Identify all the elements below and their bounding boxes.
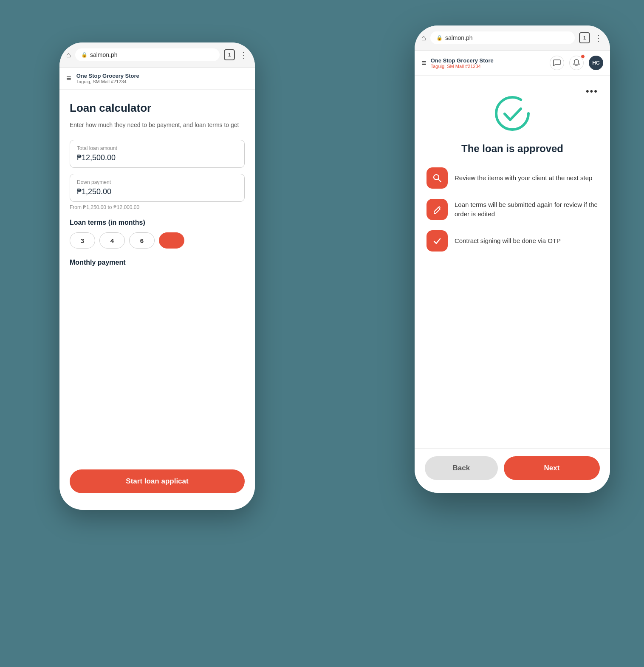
url-back: salmon.ph — [90, 51, 118, 58]
info-text-3: Contract signing will be done via OTP — [455, 236, 561, 246]
svg-point-1 — [434, 175, 439, 180]
edit-icon-badge — [427, 199, 448, 220]
check-circle-icon — [493, 94, 531, 133]
loan-terms-row: 3 4 6 — [70, 232, 245, 249]
term-chip-4[interactable]: 4 — [99, 232, 125, 249]
term-chip-6[interactable]: 6 — [129, 232, 155, 249]
lock-icon-back: 🔒 — [81, 52, 88, 58]
address-bar-front[interactable]: 🔒 salmon.ph — [430, 31, 575, 44]
tab-icon-back[interactable]: 1 — [224, 49, 235, 60]
svg-point-0 — [496, 97, 528, 130]
start-loan-button[interactable]: Start loan applicat — [70, 469, 245, 493]
total-loan-label: Total loan amount — [77, 145, 237, 151]
bottom-bar: Back Next — [415, 448, 610, 493]
down-payment-label: Down payment — [77, 179, 237, 185]
check-circle-container — [427, 94, 598, 133]
home-icon-front[interactable]: ⌂ — [421, 34, 426, 42]
info-item-1: Review the items with your client at the… — [427, 167, 598, 189]
info-item-3: Contract signing will be done via OTP — [427, 230, 598, 252]
monthly-payment-label: Monthly payment — [70, 259, 245, 266]
next-button[interactable]: Next — [504, 456, 600, 480]
tab-icon-front[interactable]: 1 — [579, 32, 590, 43]
store-sub-front: Taguig, SM Mall #21234 — [431, 64, 545, 69]
down-payment-input[interactable]: Down payment ₱1,250.00 — [70, 174, 245, 202]
store-name-front: One Stop Grocery Store — [431, 57, 545, 64]
total-loan-value: ₱12,500.00 — [77, 153, 237, 162]
page-desc-back: Enter how much they need to be payment, … — [70, 121, 245, 130]
loan-terms-label: Loan terms (in months) — [70, 219, 245, 226]
content-back: Loan calculator Enter how much they need… — [59, 90, 255, 510]
hamburger-front[interactable]: ≡ — [421, 58, 427, 68]
approval-title: The loan is approved — [427, 143, 598, 155]
bell-badge — [581, 54, 585, 59]
browser-bar-back: ⌂ 🔒 salmon.ph 1 ⋮ — [59, 42, 255, 68]
total-loan-input[interactable]: Total loan amount ₱12,500.00 — [70, 140, 245, 168]
phone-front: ⌂ 🔒 salmon.ph 1 ⋮ ≡ One Stop Grocery Sto… — [415, 25, 610, 493]
search-icon-badge — [427, 167, 448, 189]
page-title-back: Loan calculator — [70, 102, 245, 115]
avatar: HC — [589, 56, 603, 70]
content-front: ••• The loan is approved Review the item… — [415, 76, 610, 471]
more-dots[interactable]: ••• — [586, 86, 598, 97]
term-chip-active[interactable] — [159, 232, 184, 249]
bell-icon[interactable] — [569, 56, 584, 70]
lock-icon-front: 🔒 — [436, 35, 443, 41]
hamburger-back[interactable]: ≡ — [66, 73, 71, 83]
range-hint: From ₱1,250.00 to ₱12,000.00 — [70, 204, 245, 210]
svg-line-2 — [438, 179, 441, 182]
chat-icon[interactable] — [550, 56, 564, 70]
nav-icons-front: HC — [550, 56, 603, 70]
nav-bar-back: ≡ One Stop Grocery Store Taguig, SM Mall… — [59, 68, 255, 90]
store-sub-back: Taguig, SM Mall #21234 — [76, 79, 248, 84]
store-name-back: One Stop Grocery Store — [76, 73, 248, 79]
more-menu-back[interactable]: ⋮ — [239, 50, 248, 60]
home-icon-back[interactable]: ⌂ — [66, 51, 71, 59]
info-text-2: Loan terms will be submitted again for r… — [455, 200, 598, 219]
browser-bar-front: ⌂ 🔒 salmon.ph 1 ⋮ — [415, 25, 610, 51]
nav-bar-front: ≡ One Stop Grocery Store Taguig, SM Mall… — [415, 51, 610, 76]
back-button[interactable]: Back — [425, 456, 498, 480]
url-front: salmon.ph — [445, 34, 473, 41]
address-bar-back[interactable]: 🔒 salmon.ph — [75, 48, 220, 61]
term-chip-3[interactable]: 3 — [70, 232, 95, 249]
down-payment-value: ₱1,250.00 — [77, 187, 237, 196]
store-info-front: One Stop Grocery Store Taguig, SM Mall #… — [431, 57, 545, 69]
phone-back: ⌂ 🔒 salmon.ph 1 ⋮ ≡ One Stop Grocery Sto… — [59, 42, 255, 510]
checkmark-icon-badge — [427, 230, 448, 252]
info-text-1: Review the items with your client at the… — [455, 173, 592, 183]
more-menu-front[interactable]: ⋮ — [594, 33, 603, 43]
info-item-2: Loan terms will be submitted again for r… — [427, 199, 598, 220]
store-info-back: One Stop Grocery Store Taguig, SM Mall #… — [76, 73, 248, 84]
